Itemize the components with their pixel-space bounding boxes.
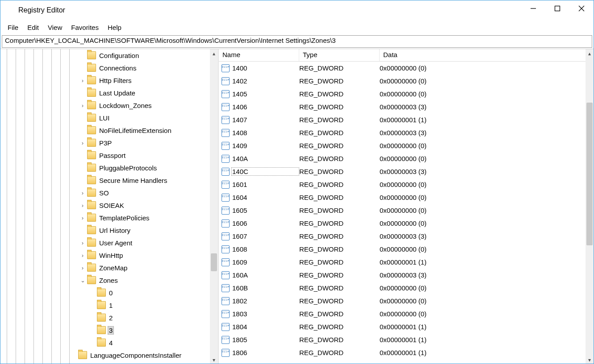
chevron-right-icon[interactable]: › [79, 102, 86, 109]
tree-item-label: Url History [98, 226, 132, 235]
tree-item[interactable]: 0 [0, 286, 210, 299]
tree-item[interactable]: LUI [0, 112, 210, 124]
list-row[interactable]: 1607REG_DWORD0x00000003 (3) [219, 230, 586, 243]
chevron-right-icon[interactable]: › [79, 140, 86, 146]
tree-item-label: P3P [98, 139, 113, 147]
column-header-data[interactable]: Data [380, 49, 594, 61]
tree-item-label: Connections [98, 64, 138, 72]
value-type: REG_DWORD [299, 90, 380, 98]
list-row[interactable]: 1402REG_DWORD0x00000000 (0) [219, 74, 586, 87]
list-scroll-thumb[interactable] [586, 103, 593, 245]
tree-item[interactable]: ›User Agent [0, 236, 210, 249]
list-row[interactable]: 1605REG_DWORD0x00000000 (0) [219, 204, 586, 217]
tree-scroll-thumb[interactable] [211, 253, 217, 271]
value-type: REG_DWORD [299, 232, 380, 240]
value-data: 0x00000003 (3) [380, 271, 586, 279]
chevron-right-icon[interactable]: › [79, 265, 86, 271]
scroll-down-icon[interactable]: ▾ [210, 356, 218, 364]
dword-value-icon [222, 181, 230, 189]
tree-item[interactable]: Secure Mime Handlers [0, 174, 210, 186]
list-row[interactable]: 1608REG_DWORD0x00000000 (0) [219, 243, 586, 256]
list-row[interactable]: 1405REG_DWORD0x00000000 (0) [219, 87, 586, 100]
tree-scrollbar[interactable]: ▴ ▾ [210, 49, 218, 364]
value-type: REG_DWORD [299, 297, 380, 305]
value-name: 1601 [231, 180, 299, 189]
value-data: 0x00000001 (1) [380, 258, 586, 266]
menu-view[interactable]: View [43, 22, 67, 33]
chevron-right-icon[interactable]: › [79, 190, 86, 196]
menu-edit[interactable]: Edit [23, 22, 43, 33]
list-row[interactable]: 1806REG_DWORD0x00000001 (1) [219, 346, 586, 359]
value-name: 1405 [231, 90, 299, 98]
tree-item[interactable]: PluggableProtocols [0, 161, 210, 174]
list-row[interactable]: 1400REG_DWORD0x00000000 (0) [219, 62, 586, 74]
address-bar[interactable]: Computer\HKEY_LOCAL_MACHINE\SOFTWARE\Mic… [2, 35, 592, 48]
value-name: 1409 [231, 141, 299, 150]
chevron-right-icon[interactable]: › [79, 252, 86, 259]
chevron-right-icon[interactable]: › [79, 202, 86, 209]
folder-icon [87, 76, 96, 84]
tree-item[interactable]: 3 [0, 324, 210, 336]
close-button[interactable] [569, 0, 594, 17]
tree-item[interactable]: ›Http Filters [0, 74, 210, 87]
svg-rect-1 [555, 6, 560, 11]
scroll-up-icon[interactable]: ▴ [210, 49, 218, 58]
list-row[interactable]: 1802REG_DWORD0x00000000 (0) [219, 294, 586, 307]
list-scrollbar[interactable]: ▴ ▾ [586, 49, 594, 364]
list-row[interactable]: 1407REG_DWORD0x00000001 (1) [219, 113, 586, 126]
chevron-down-icon[interactable]: ⌄ [79, 277, 86, 284]
menu-favorites[interactable]: Favorites [67, 22, 103, 33]
tree-item[interactable]: ›Lockdown_Zones [0, 99, 210, 112]
tree-item[interactable]: ›SOIEAK [0, 199, 210, 211]
list-row[interactable]: 1408REG_DWORD0x00000003 (3) [219, 126, 586, 139]
tree-item[interactable]: Configuration [0, 49, 210, 62]
maximize-button[interactable] [545, 0, 569, 17]
tree-item-label: SO [98, 189, 110, 197]
tree-item[interactable]: ›TemplatePolicies [0, 211, 210, 224]
tree-item[interactable]: 2 [0, 311, 210, 324]
list-row[interactable]: 1609REG_DWORD0x00000001 (1) [219, 256, 586, 269]
tree-item-label: Http Filters [98, 76, 133, 85]
list-row[interactable]: 160AREG_DWORD0x00000003 (3) [219, 269, 586, 281]
list-row[interactable]: 160BREG_DWORD0x00000000 (0) [219, 281, 586, 294]
tree-item[interactable]: ›WinHttp [0, 249, 210, 261]
minimize-button[interactable] [521, 0, 545, 17]
menu-help[interactable]: Help [103, 22, 126, 33]
tree-item[interactable]: ›P3P [0, 136, 210, 149]
scroll-down-icon[interactable]: ▾ [586, 356, 594, 364]
value-type: REG_DWORD [299, 219, 380, 227]
scroll-up-icon[interactable]: ▴ [586, 49, 594, 58]
address-path: Computer\HKEY_LOCAL_MACHINE\SOFTWARE\Mic… [5, 37, 336, 44]
list-row[interactable]: 1406REG_DWORD0x00000003 (3) [219, 100, 586, 113]
tree-item[interactable]: Last Update [0, 87, 210, 99]
list-row[interactable]: 1601REG_DWORD0x00000000 (0) [219, 178, 586, 191]
value-name: 1606 [231, 219, 299, 228]
chevron-right-icon[interactable]: › [79, 215, 86, 221]
chevron-right-icon[interactable]: › [79, 77, 86, 84]
tree-item[interactable]: ›SO [0, 186, 210, 199]
list-row[interactable]: 1804REG_DWORD0x00000001 (1) [219, 320, 586, 333]
list-row[interactable]: 1805REG_DWORD0x00000001 (1) [219, 333, 586, 346]
tree-item-label: Zones [98, 276, 119, 285]
list-row[interactable]: 140AREG_DWORD0x00000000 (0) [219, 152, 586, 165]
tree-item[interactable]: 1 [0, 299, 210, 311]
tree-item[interactable]: Url History [0, 224, 210, 236]
list-row[interactable]: 140CREG_DWORD0x00000003 (3) [219, 165, 586, 178]
tree-item[interactable]: 4 [0, 336, 210, 349]
tree-item[interactable]: NoFileLifetimeExtension [0, 124, 210, 136]
tree-item[interactable]: Passport [0, 149, 210, 161]
list-row[interactable]: 1604REG_DWORD0x00000000 (0) [219, 191, 586, 204]
dword-value-icon [222, 103, 230, 111]
tree-item[interactable]: LanguageComponentsInstaller [0, 349, 210, 361]
folder-icon [87, 51, 96, 59]
tree-item[interactable]: Connections [0, 62, 210, 74]
menu-file[interactable]: File [3, 22, 23, 33]
column-header-type[interactable]: Type [299, 49, 380, 61]
list-row[interactable]: 1409REG_DWORD0x00000000 (0) [219, 139, 586, 152]
tree-item[interactable]: ›ZoneMap [0, 261, 210, 274]
column-header-name[interactable]: Name [219, 49, 299, 61]
list-row[interactable]: 1606REG_DWORD0x00000000 (0) [219, 217, 586, 230]
chevron-right-icon[interactable]: › [79, 240, 86, 246]
tree-item[interactable]: ⌄Zones [0, 274, 210, 286]
list-row[interactable]: 1803REG_DWORD0x00000000 (0) [219, 307, 586, 320]
